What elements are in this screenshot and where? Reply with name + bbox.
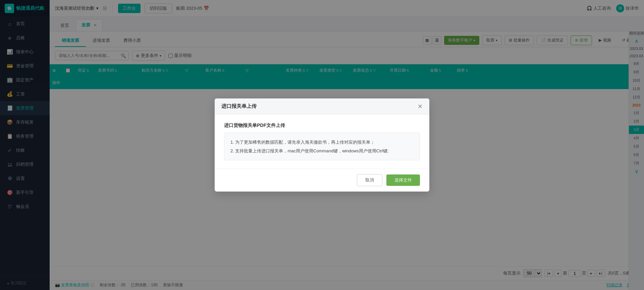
modal-select-file-button[interactable]: 选择文件 [386, 174, 420, 186]
modal-title: 进口报关单上传 [221, 103, 257, 110]
modal-overlay: 进口报关单上传 ✕ 进口货物报关单PDF文件上传 1. 为了更加稀售的数据匹配，… [0, 0, 644, 290]
modal-info-box: 1. 为了更加稀售的数据匹配，请先录入海关缴款书，再上传对应的报关单； 2. 支… [224, 133, 420, 160]
modal-footer: 取消 选择文件 [215, 168, 429, 192]
modal-header: 进口报关单上传 ✕ [215, 98, 429, 115]
import-modal: 进口报关单上传 ✕ 进口货物报关单PDF文件上传 1. 为了更加稀售的数据匹配，… [215, 98, 429, 192]
modal-close-button[interactable]: ✕ [418, 103, 423, 110]
modal-section-title: 进口货物报关单PDF文件上传 [224, 123, 420, 129]
modal-body: 进口货物报关单PDF文件上传 1. 为了更加稀售的数据匹配，请先录入海关缴款书，… [215, 115, 429, 168]
modal-info-line-2: 2. 支持批量上传进口报关单，mac用户使用Command键，windows用户… [230, 147, 414, 155]
modal-cancel-button[interactable]: 取消 [357, 174, 382, 186]
modal-info-line-1: 1. 为了更加稀售的数据匹配，请先录入海关缴款书，再上传对应的报关单； [230, 138, 414, 146]
